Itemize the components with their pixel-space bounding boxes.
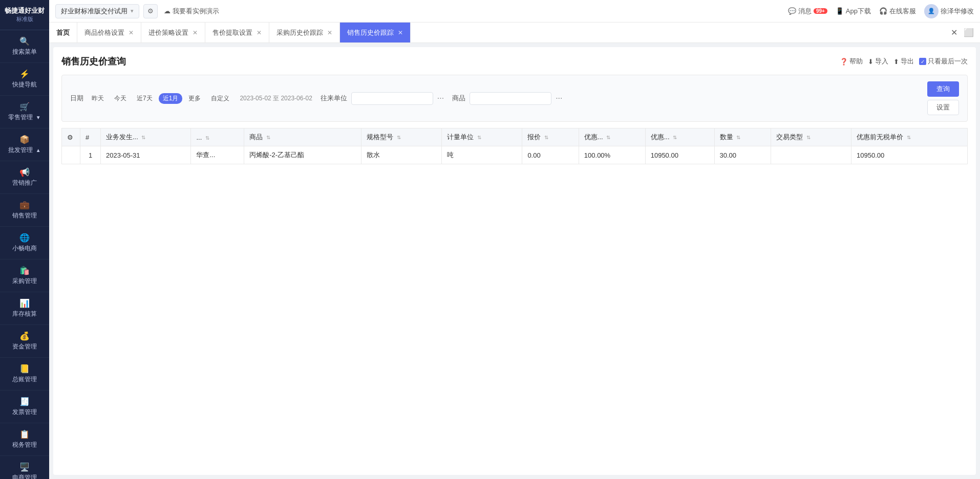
th-price[interactable]: 报价 ⇅ — [522, 128, 579, 146]
th-pretax-price[interactable]: 优惠前无税单价 ⇅ — [851, 128, 968, 146]
sidebar-item-invoice[interactable]: 🧾 发票管理 — [0, 390, 49, 423]
tabs-bar: 首页 商品价格设置 ✕ 进价策略设置 ✕ 售价提取设置 ✕ 采购历史价跟踪 ✕ … — [49, 23, 980, 43]
help-button[interactable]: ❓ 帮助 — [840, 57, 863, 66]
sidebar-item-finance[interactable]: 💰 资金管理 — [0, 325, 49, 358]
th-spec[interactable]: 规格型号 ⇅ — [361, 128, 442, 146]
sidebar-item-label: 采购管理 — [12, 277, 37, 286]
sort-icon-product: ⇅ — [266, 135, 270, 140]
online-service-button[interactable]: 🎧 在线客服 — [879, 7, 916, 16]
wholesale-mgmt-icon: 📦 — [19, 135, 30, 144]
tab-sales-history-label: 销售历史价跟踪 — [347, 28, 394, 37]
demo-button[interactable]: ☁ 我要看实例演示 — [164, 7, 219, 16]
product-input[interactable] — [470, 92, 551, 105]
td-gear[interactable] — [62, 146, 80, 164]
td-quantity: 30.00 — [714, 146, 771, 164]
td-pretax-price: 10950.00 — [851, 146, 968, 164]
sidebar-item-label: 电商管理 — [12, 473, 37, 479]
table-header-row: ⚙ # 业务发生... ⇅ ... ⇅ 商品 ⇅ 规格型号 — [62, 128, 968, 146]
sidebar-item-ecommerce[interactable]: 🌐 小畅电商 — [0, 227, 49, 259]
sort-icon-spec: ⇅ — [397, 135, 401, 140]
import-label: 导入 — [875, 57, 888, 66]
th-business-date[interactable]: 业务发生... ⇅ — [101, 128, 191, 146]
th-discount-pct[interactable]: 优惠... ⇅ — [579, 128, 645, 146]
export-button[interactable]: ⬆ 导出 — [893, 57, 914, 66]
messages-button[interactable]: 💬 消息 99+ — [788, 7, 827, 16]
date-btn-7days[interactable]: 近7天 — [133, 93, 157, 104]
tab-sales-history[interactable]: 销售历史价跟踪 ✕ — [340, 23, 411, 43]
sidebar-item-label: 批发管理 ▲ — [8, 146, 40, 155]
th-num: # — [80, 128, 101, 146]
only-last-checkbox[interactable]: 只看最后一次 — [919, 57, 968, 66]
sidebar-item-ecom-mgmt[interactable]: 🖥️ 电商管理 — [0, 456, 49, 479]
app-download-label: App下载 — [846, 7, 871, 16]
th-product-label: 商品 — [249, 133, 263, 141]
th-business-date-label: 业务发生... — [106, 133, 138, 141]
th-discount-amt[interactable]: 优惠... ⇅ — [645, 128, 714, 146]
topbar: 好业财标准版交付试用 ▾ ⚙ ☁ 我要看实例演示 💬 消息 99+ 📱 App下… — [49, 0, 980, 23]
sidebar-item-label: 小畅电商 — [12, 244, 37, 253]
source-unit-input[interactable] — [351, 92, 433, 105]
user-profile[interactable]: 👤 徐泽华修改 — [924, 4, 974, 18]
messages-badge: 99+ — [814, 8, 827, 14]
tab-close-window-icon[interactable]: ✕ — [949, 26, 960, 39]
tab-home[interactable]: 首页 — [49, 23, 77, 43]
tab-product-price-label: 商品价格设置 — [84, 28, 124, 37]
tab-product-price-close[interactable]: ✕ — [129, 29, 134, 36]
date-btn-more[interactable]: 更多 — [184, 93, 205, 104]
company-selector[interactable]: 好业财标准版交付试用 ▾ — [55, 4, 139, 18]
date-btn-today[interactable]: 今天 — [110, 93, 131, 104]
sidebar-item-inventory[interactable]: 📊 库存核算 — [0, 292, 49, 325]
sidebar-item-marketing[interactable]: 📢 营销推广 — [0, 161, 49, 194]
date-btn-custom[interactable]: 自定义 — [207, 93, 233, 104]
sidebar-item-purchase-mgmt[interactable]: 🛍️ 采购管理 — [0, 259, 49, 292]
date-range: 2023-05-02 至 2023-06-02 — [240, 94, 312, 103]
th-more1[interactable]: ... ⇅ — [191, 128, 244, 146]
source-unit-dots[interactable]: ··· — [437, 94, 444, 103]
th-spec-label: 规格型号 — [367, 133, 393, 141]
sidebar-item-label: 搜索菜单 — [12, 48, 37, 56]
date-filter-group: 日期 昨天 今天 近7天 近1月 更多 自定义 2023-05-02 至 202… — [70, 93, 312, 104]
date-btn-yesterday[interactable]: 昨天 — [88, 93, 108, 104]
tab-purchase-history-close[interactable]: ✕ — [327, 29, 332, 36]
query-button[interactable]: 查询 — [927, 81, 959, 97]
help-label: 帮助 — [849, 57, 863, 66]
sidebar-item-search-menu[interactable]: 🔍 搜索菜单 — [0, 30, 49, 63]
date-btn-1month[interactable]: 近1月 — [159, 93, 183, 104]
invoice-icon: 🧾 — [19, 397, 30, 406]
topbar-gear-button[interactable]: ⚙ — [143, 4, 158, 18]
tab-price-extract-close[interactable]: ✕ — [257, 29, 262, 36]
sidebar-item-sales-mgmt[interactable]: 💼 销售管理 — [0, 194, 49, 227]
checkbox-icon — [919, 58, 926, 65]
sidebar-item-wholesale-mgmt[interactable]: 📦 批发管理 ▲ — [0, 128, 49, 161]
sort-icon-business-date: ⇅ — [141, 135, 145, 140]
retail-arrow: ▼ — [36, 115, 41, 120]
th-transaction-type[interactable]: 交易类型 ⇅ — [771, 128, 851, 146]
tab-product-price[interactable]: 商品价格设置 ✕ — [77, 23, 141, 43]
tab-price-extract[interactable]: 售价提取设置 ✕ — [205, 23, 269, 43]
tab-purchase-strategy-label: 进价策略设置 — [148, 28, 188, 37]
sidebar-item-quick-nav[interactable]: ⚡ 快捷导航 — [0, 63, 49, 96]
sidebar-item-retail-mgmt[interactable]: 🛒 零售管理 ▼ — [0, 96, 49, 128]
sidebar-item-tax[interactable]: 📋 税务管理 — [0, 423, 49, 456]
th-unit[interactable]: 计量单位 ⇅ — [442, 128, 522, 146]
tab-fullscreen-icon[interactable]: ⬜ — [962, 26, 976, 39]
retail-mgmt-icon: 🛒 — [19, 102, 30, 112]
tab-sales-history-close[interactable]: ✕ — [398, 29, 403, 36]
th-product[interactable]: 商品 ⇅ — [244, 128, 361, 146]
th-gear[interactable]: ⚙ — [62, 128, 80, 146]
th-quantity[interactable]: 数量 ⇅ — [714, 128, 771, 146]
phone-icon: 📱 — [836, 7, 844, 15]
inventory-icon: 📊 — [19, 298, 30, 308]
app-download-button[interactable]: 📱 App下载 — [836, 7, 871, 16]
import-button[interactable]: ⬇ 导入 — [868, 57, 888, 66]
sort-icon-quantity: ⇅ — [736, 135, 740, 140]
tab-purchase-strategy[interactable]: 进价策略设置 ✕ — [141, 23, 205, 43]
table-row[interactable]: 1 2023-05-31 华查... 丙烯酸-2-乙基己酯 散水 吨 0.00 … — [62, 146, 968, 164]
tab-purchase-history[interactable]: 采购历史价跟踪 ✕ — [269, 23, 340, 43]
product-dots[interactable]: ··· — [556, 94, 562, 103]
th-discount-amt-label: 优惠... — [651, 133, 670, 141]
setting-button[interactable]: 设置 — [927, 100, 959, 115]
tab-purchase-strategy-close[interactable]: ✕ — [193, 29, 198, 36]
main-area: 好业财标准版交付试用 ▾ ⚙ ☁ 我要看实例演示 💬 消息 99+ 📱 App下… — [49, 0, 980, 479]
sidebar-item-ledger[interactable]: 📒 总账管理 — [0, 358, 49, 390]
